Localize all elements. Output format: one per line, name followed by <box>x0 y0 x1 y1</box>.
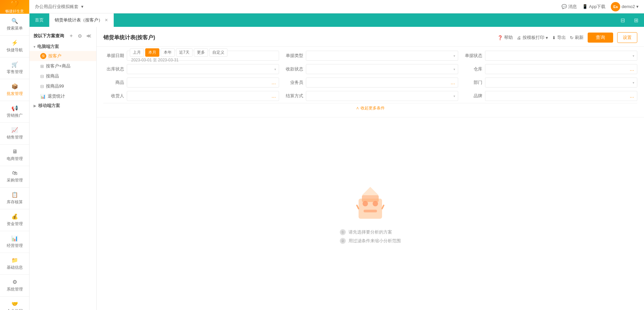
sidebar-item-ecommerce[interactable]: 🖥 电商管理 <box>0 145 30 166</box>
brand-dots: … <box>630 93 634 99</box>
tab-minimize-button[interactable]: ⊟ <box>617 15 628 25</box>
sidebar-item-system[interactable]: ⚙ 系统管理 <box>0 275 30 297</box>
filter-collect-status-cell: 收款状态 ▾ <box>282 64 458 74</box>
date-last-month[interactable]: 上月 <box>130 48 144 57</box>
receiver-input[interactable]: … <box>127 91 279 101</box>
return-stat-icon: 📊 <box>40 94 46 99</box>
print-button[interactable]: 🖨 按模板打印 ▾ <box>517 35 548 41</box>
message-label: 消息 <box>568 4 577 10</box>
sidebar-item-sales[interactable]: 📈 销售管理 <box>0 123 30 145</box>
tab-home[interactable]: 首页 <box>30 13 49 27</box>
page-title: 销货单统计表(按客户) <box>103 34 155 41</box>
customer-product-icon: ⊞ <box>40 64 44 69</box>
inventory-icon: 📋 <box>1 192 28 198</box>
dept-chevron: ▾ <box>633 81 634 85</box>
tree-item-label: 退货统计 <box>48 93 65 99</box>
tree-item-customer-product[interactable]: ⊞ 按客户+商品 <box>30 61 96 71</box>
doc-status-select[interactable]: ▾ <box>485 51 637 61</box>
product99-icon: ⊟ <box>40 84 44 89</box>
sidebar-item-label: 经营管理 <box>1 243 28 249</box>
salesman-dots: … <box>450 80 455 85</box>
sidebar-item-label: 批发管理 <box>1 91 28 97</box>
date-7days[interactable]: 近7天 <box>176 48 193 57</box>
left-panel: 按以下方案查询 ＋ ⊙ ≪ ▾ 电脑端方案 按 按客户 ⊞ 按客户+商品 <box>30 27 97 310</box>
date-input[interactable]: 上月 本月 本年 近7天 更多 自定义 2023-03-01 至 2023-03… <box>127 51 279 61</box>
quick-nav-icon: ⚡ <box>1 40 28 46</box>
sidebar-item-marketing[interactable]: 📢 营销推广 <box>0 101 30 123</box>
filter-brand-cell: 品牌 … <box>462 91 637 101</box>
sidebar-item-search[interactable]: 🔍 搜索菜单 <box>0 14 30 36</box>
app-download-label: App下载 <box>589 4 605 10</box>
tree-section-desktop[interactable]: ▾ 电脑端方案 <box>30 42 96 51</box>
help-button[interactable]: ❓ 帮助 <box>497 35 513 41</box>
receiver-label: 收货人 <box>103 93 127 99</box>
search-icon: 🔍 <box>1 18 28 24</box>
message-button[interactable]: 💬 消息 <box>561 4 577 10</box>
dept-label: 部门 <box>462 80 485 86</box>
date-this-year[interactable]: 本年 <box>161 48 175 57</box>
doc-type-select[interactable]: ▾ <box>306 51 458 61</box>
date-more[interactable]: 更多 <box>194 48 208 57</box>
sidebar-item-purchase[interactable]: 🛍 采购管理 <box>0 166 30 188</box>
refresh-button[interactable]: ↻ 刷新 <box>570 35 584 41</box>
tree-item-return-stat[interactable]: 📊 退货统计 <box>30 91 96 101</box>
sidebar-item-quick-nav[interactable]: ⚡ 快捷导航 <box>0 36 30 57</box>
dept-select[interactable]: ▾ <box>485 78 637 88</box>
tab-maximize-button[interactable]: ⊞ <box>631 15 641 25</box>
export-button[interactable]: ⬇ 导出 <box>552 35 566 41</box>
sidebar-item-retail[interactable]: 🛒 零售管理 <box>0 57 30 79</box>
edit-scheme-button[interactable]: ⊙ <box>76 32 84 40</box>
tab-sales-stat[interactable]: 销货单统计表（按客户） ✕ <box>49 13 114 27</box>
add-scheme-button[interactable]: ＋ <box>67 32 75 40</box>
salesman-input[interactable]: … <box>306 78 458 88</box>
tree-section-mobile-label: 移动端方案 <box>38 103 60 109</box>
tree-item-label: 按商品99 <box>46 83 64 89</box>
sidebar-item-finance[interactable]: 💰 资金管理 <box>0 209 30 231</box>
product-input[interactable]: … <box>127 78 279 88</box>
brand-input[interactable]: … <box>485 91 637 101</box>
sidebar-item-wholesale[interactable]: 📦 批发管理 <box>0 79 30 101</box>
collapse-bar[interactable]: ∧ 收起更多条件 <box>103 103 637 113</box>
sidebar-item-cooperation[interactable]: 🤝 企业协同 <box>0 297 30 310</box>
app-download-button[interactable]: 📱 App下载 <box>582 4 605 10</box>
tree-item-by-customer[interactable]: 按 按客户 <box>30 51 96 61</box>
sidebar-item-inventory[interactable]: 📋 库存核算 <box>0 188 30 209</box>
date-custom[interactable]: 自定义 <box>209 48 227 57</box>
setting-button[interactable]: 设置 <box>617 32 637 43</box>
chevron-down-icon: ▾ <box>34 45 35 49</box>
tree-section-mobile[interactable]: ▶ 移动端方案 <box>30 101 96 110</box>
cooperation-icon: 🤝 <box>1 301 28 307</box>
warehouse-input[interactable]: … <box>485 64 637 74</box>
industry-selector[interactable]: 办公用品行业模拟账套 ▾ <box>35 4 84 10</box>
collect-status-select[interactable]: ▾ <box>306 64 458 74</box>
sidebar-item-base[interactable]: 📁 基础信息 <box>0 253 30 275</box>
hint-num-2: ② <box>340 238 346 244</box>
print-dropdown-icon: ▾ <box>546 35 548 40</box>
right-panel: 销货单统计表(按客户) ❓ 帮助 🖨 按模板打印 ▾ ⬇ 导出 <box>97 27 644 310</box>
date-this-month[interactable]: 本月 <box>145 48 159 57</box>
app-logo[interactable]: 🧡 畅捷好生意 <box>0 0 30 14</box>
sidebar-item-label: 系统管理 <box>1 287 28 292</box>
user-menu[interactable]: Ea demo2 ▾ <box>611 2 639 11</box>
tree-item-label: 按客户 <box>48 53 61 59</box>
tab-close-icon[interactable]: ✕ <box>105 18 108 22</box>
hint-text-2: 用过滤条件来缩小分析范围 <box>348 238 401 244</box>
finance-icon: 💰 <box>1 213 28 220</box>
settle-label: 结算方式 <box>282 93 306 99</box>
avatar: Ea <box>611 2 620 11</box>
settle-select[interactable]: ▾ <box>306 91 458 101</box>
print-icon: 🖨 <box>517 35 521 40</box>
tree-item-by-product[interactable]: ⊟ 按商品 <box>30 71 96 81</box>
tree-item-product-99[interactable]: ⊟ 按商品99 <box>30 81 96 91</box>
export-icon: ⬇ <box>552 35 556 40</box>
out-status-select[interactable]: ▾ <box>127 64 279 74</box>
query-button[interactable]: 查询 <box>588 33 613 43</box>
sidebar-item-operations[interactable]: 📊 经营管理 <box>0 231 30 253</box>
marketing-icon: 📢 <box>1 105 28 111</box>
home-tab-label: 首页 <box>35 17 44 23</box>
collapse-panel-button[interactable]: ≪ <box>85 32 92 40</box>
filter-product-cell: 商品 … <box>103 78 279 88</box>
topbar: 办公用品行业模拟账套 ▾ 💬 消息 📱 App下载 Ea demo2 ▾ <box>30 0 644 13</box>
sidebar-item-label: 电商管理 <box>1 156 28 162</box>
date-label: 单据日期 <box>103 53 127 59</box>
